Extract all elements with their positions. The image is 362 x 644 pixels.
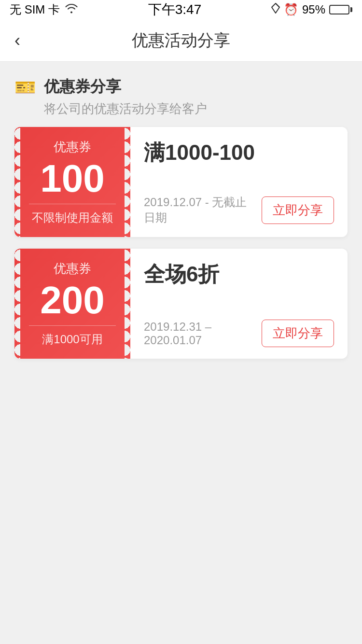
coupon-left-1: 优惠券 100 不限制使用金额 xyxy=(14,127,130,237)
coupon-section-icon: 🎫 xyxy=(14,77,36,98)
status-left: 无 SIM 卡 xyxy=(10,2,78,17)
section-title: 优惠券分享 xyxy=(44,76,207,98)
carrier-text: 无 SIM 卡 xyxy=(10,2,60,17)
coupon-condition-1: 不限制使用金额 xyxy=(32,210,113,225)
coupon-condition-2: 满1000可用 xyxy=(42,332,102,347)
coupon-card-1: 优惠券 100 不限制使用金额 满1000-100 2019.12.07 - 无… xyxy=(14,127,348,237)
coupon-label-1: 优惠券 xyxy=(54,139,91,155)
coupon-name-2: 全场6折 xyxy=(144,260,334,289)
status-right: ⏰ 95% xyxy=(271,3,352,16)
coupon-label-2: 优惠券 xyxy=(54,260,91,277)
wifi-icon xyxy=(65,3,78,16)
section-subtitle: 将公司的优惠活动分享给客户 xyxy=(44,100,207,117)
section-header: 🎫 优惠券分享 将公司的优惠活动分享给客户 xyxy=(0,62,362,127)
page-title: 优惠活动分享 xyxy=(132,29,230,52)
battery-percent: 95% xyxy=(302,3,325,16)
back-button[interactable]: ‹ xyxy=(14,30,20,51)
empty-area xyxy=(0,370,362,631)
battery-icon xyxy=(329,5,352,14)
alarm-icon: ⏰ xyxy=(284,3,298,16)
coupon-bottom-1: 2019.12.07 - 无截止日期 立即分享 xyxy=(144,195,334,225)
share-button-2[interactable]: 立即分享 xyxy=(262,320,334,347)
nav-bar: ‹ 优惠活动分享 xyxy=(0,19,362,62)
coupon-right-1: 满1000-100 2019.12.07 - 无截止日期 立即分享 xyxy=(130,127,348,237)
coupon-amount-2: 200 xyxy=(40,281,104,320)
coupon-list: 优惠券 100 不限制使用金额 满1000-100 2019.12.07 - 无… xyxy=(0,127,362,359)
coupon-right-2: 全场6折 2019.12.31 – 2020.01.07 立即分享 xyxy=(130,249,348,359)
time-display: 下午3:47 xyxy=(148,0,202,19)
location-icon xyxy=(271,3,280,16)
coupon-date-1: 2019.12.07 - 无截止日期 xyxy=(144,195,254,225)
coupon-amount-1: 100 xyxy=(40,159,104,198)
status-bar: 无 SIM 卡 下午3:47 ⏰ 95% xyxy=(0,0,362,19)
coupon-date-2: 2019.12.31 – 2020.01.07 xyxy=(144,320,254,347)
coupon-divider-1 xyxy=(29,204,116,204)
coupon-bottom-2: 2019.12.31 – 2020.01.07 立即分享 xyxy=(144,320,334,347)
coupon-name-1: 满1000-100 xyxy=(144,139,334,167)
section-text: 优惠券分享 将公司的优惠活动分享给客户 xyxy=(44,76,207,117)
coupon-divider-2 xyxy=(29,325,116,326)
share-button-1[interactable]: 立即分享 xyxy=(262,196,334,224)
coupon-card-2: 优惠券 200 满1000可用 全场6折 2019.12.31 – 2020.0… xyxy=(14,249,348,359)
coupon-left-2: 优惠券 200 满1000可用 xyxy=(14,249,130,359)
